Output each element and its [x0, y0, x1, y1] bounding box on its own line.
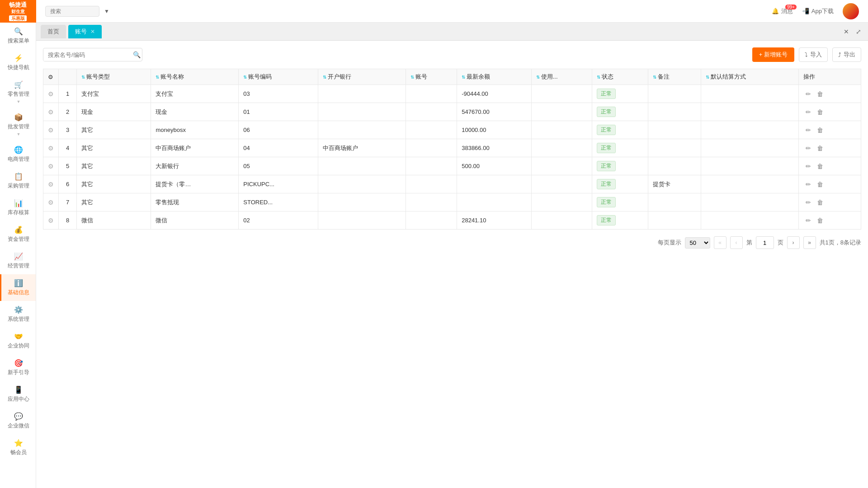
- last-page-button[interactable]: »: [803, 236, 816, 249]
- delete-button[interactable]: 🗑: [815, 180, 826, 189]
- row-code: 03: [239, 85, 318, 103]
- col-default-pay[interactable]: ⇅默认结算方式: [701, 69, 798, 85]
- row-settings-cell[interactable]: ⚙: [43, 139, 59, 157]
- total-info: 共1页，8条记录: [820, 239, 861, 247]
- accounts-table: ⚙ ⇅账号类型 ⇅账号名称 ⇅账号编码 ⇅开户银行 ⇅账号 ⇅最新余额 ⇅使用.…: [43, 69, 861, 230]
- row-settings-cell[interactable]: ⚙: [43, 121, 59, 139]
- row-use: [531, 211, 592, 230]
- col-name[interactable]: ⇅账号名称: [151, 69, 239, 85]
- row-type: 其它: [77, 121, 151, 139]
- tab-account-close[interactable]: ✕: [90, 28, 95, 35]
- message-button[interactable]: 🔔 消息 99+: [772, 7, 793, 15]
- page-size-select[interactable]: 50 20 100: [685, 237, 710, 249]
- row-default-pay: [701, 193, 798, 211]
- delete-button[interactable]: 🗑: [815, 126, 826, 135]
- content-search-button[interactable]: 🔍: [128, 48, 142, 61]
- row-balance: 28241.10: [457, 211, 531, 230]
- delete-button[interactable]: 🗑: [815, 162, 826, 171]
- table-row: ⚙ 7 其它 零售抵现 STORED... 正常 ✏ 🗑: [43, 193, 861, 211]
- row-settings-cell[interactable]: ⚙: [43, 103, 59, 121]
- prev-page-button[interactable]: ‹: [730, 236, 743, 249]
- row-settings-cell[interactable]: ⚙: [43, 193, 59, 211]
- row-code: PICKUPC...: [239, 175, 318, 193]
- tab-close-all-button[interactable]: ✕: [841, 27, 851, 37]
- edit-button[interactable]: ✏: [803, 89, 813, 99]
- content-search-input[interactable]: [43, 49, 128, 61]
- edit-button[interactable]: ✏: [803, 144, 813, 153]
- col-type[interactable]: ⇅账号类型: [77, 69, 151, 85]
- row-settings-cell[interactable]: ⚙: [43, 175, 59, 193]
- sidebar-item-inventory-label: 库存核算: [8, 209, 29, 216]
- sidebar-item-wholesale[interactable]: 📦 批发管理 ▼: [0, 108, 36, 141]
- edit-button[interactable]: ✏: [803, 126, 813, 135]
- sidebar-item-ecommerce[interactable]: 🌐 电商管理: [0, 141, 36, 168]
- app-download-button[interactable]: 📲 App下载: [802, 7, 834, 15]
- corpwechat-icon: 💬: [14, 412, 23, 421]
- delete-button[interactable]: 🗑: [815, 108, 826, 117]
- sidebar-item-finance[interactable]: 💰 资金管理: [0, 221, 36, 248]
- edit-button[interactable]: ✏: [803, 108, 813, 117]
- topbar: ▼ 🔔 消息 99+ 📲 App下载: [36, 0, 868, 23]
- export-icon: ⤴: [838, 52, 841, 58]
- sidebar-item-newguide[interactable]: 🎯 新手引导: [0, 354, 36, 381]
- row-settings-cell[interactable]: ⚙: [43, 157, 59, 175]
- col-code[interactable]: ⇅账号编码: [239, 69, 318, 85]
- delete-button[interactable]: 🗑: [815, 198, 826, 207]
- table-row: ⚙ 5 其它 大新银行 05 500.00 正常 ✏ 🗑: [43, 157, 861, 175]
- page-number-input[interactable]: [756, 236, 774, 249]
- finance-icon: 💰: [14, 225, 23, 234]
- row-code: 01: [239, 103, 318, 121]
- sidebar-item-collab[interactable]: 🤝 企业协同: [0, 328, 36, 354]
- edit-button[interactable]: ✏: [803, 180, 813, 189]
- search-nav-icon: 🔍: [14, 27, 23, 36]
- quicknav-icon: ⚡: [14, 54, 23, 62]
- col-status[interactable]: ⇅状态: [592, 69, 648, 85]
- topbar-search-input[interactable]: [45, 6, 99, 17]
- next-page-button[interactable]: ›: [787, 236, 800, 249]
- sidebar-item-appcenter[interactable]: 📱 应用中心: [0, 381, 36, 408]
- operations-icon: 📈: [14, 252, 23, 261]
- col-account[interactable]: ⇅账号: [406, 69, 457, 85]
- sort-code-icon: ⇅: [243, 75, 247, 80]
- delete-button[interactable]: 🗑: [815, 144, 826, 153]
- sidebar-item-purchase[interactable]: 📋 采购管理: [0, 168, 36, 194]
- sidebar-item-corpwechat[interactable]: 💬 企业微信: [0, 408, 36, 434]
- delete-button[interactable]: 🗑: [815, 89, 826, 99]
- sidebar-item-basic-info[interactable]: ℹ️ 基础信息: [0, 274, 36, 301]
- delete-button[interactable]: 🗑: [815, 216, 826, 225]
- col-balance[interactable]: ⇅最新余额: [457, 69, 531, 85]
- edit-button[interactable]: ✏: [803, 162, 813, 171]
- edit-button[interactable]: ✏: [803, 216, 813, 225]
- sidebar-item-inventory[interactable]: 📊 库存核算: [0, 194, 36, 221]
- tab-expand-button[interactable]: ⤢: [854, 27, 863, 37]
- row-index: 5: [59, 157, 77, 175]
- topbar-dropdown[interactable]: ▼: [104, 8, 109, 14]
- add-account-button[interactable]: + 新增账号: [752, 47, 794, 62]
- first-page-button[interactable]: «: [714, 236, 726, 249]
- sidebar-item-member[interactable]: ⭐ 畅会员: [0, 434, 36, 461]
- tab-home[interactable]: 首页: [41, 25, 66, 38]
- col-bank[interactable]: ⇅开户银行: [318, 69, 406, 85]
- sidebar-item-operations[interactable]: 📈 经营管理: [0, 248, 36, 274]
- appcenter-icon: 📱: [14, 385, 23, 394]
- export-button[interactable]: ⤴ 导出: [832, 47, 861, 62]
- tabbar: 首页 账号 ✕ ✕ ⤢: [36, 23, 868, 41]
- col-use[interactable]: ⇅使用...: [531, 69, 592, 85]
- row-note: 提货卡: [648, 175, 701, 193]
- col-settings[interactable]: ⚙: [43, 69, 59, 85]
- edit-button[interactable]: ✏: [803, 198, 813, 207]
- sidebar-item-system[interactable]: ⚙️ 系统管理: [0, 301, 36, 328]
- col-note[interactable]: ⇅备注: [648, 69, 701, 85]
- row-name: 大新银行: [151, 157, 239, 175]
- tab-account[interactable]: 账号 ✕: [68, 25, 102, 38]
- content-toolbar: 🔍 + 新增账号 ⤵ 导入 ⤴ 导出: [43, 47, 861, 62]
- table-row: ⚙ 2 现金 现金 01 547670.00 正常 ✏ 🗑: [43, 103, 861, 121]
- sidebar-item-search[interactable]: 🔍 搜索菜单: [0, 23, 36, 49]
- sidebar-item-quicknav[interactable]: ⚡ 快捷导航: [0, 49, 36, 76]
- import-button[interactable]: ⤵ 导入: [799, 47, 828, 62]
- row-settings-cell[interactable]: ⚙: [43, 85, 59, 103]
- sidebar-item-retail[interactable]: 🛒 零售管理 ▼: [0, 76, 36, 108]
- user-avatar[interactable]: [843, 3, 859, 19]
- row-account: [406, 211, 457, 230]
- row-settings-cell[interactable]: ⚙: [43, 211, 59, 230]
